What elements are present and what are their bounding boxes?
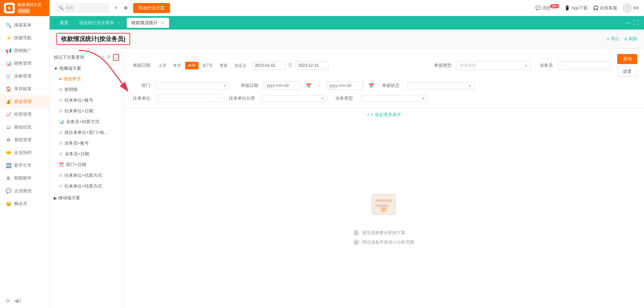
salesman-settle-icon: 📊 (59, 119, 64, 124)
receipt-tab-close[interactable]: ✕ (161, 20, 164, 25)
review-date-calendar2-icon[interactable]: 📅 (369, 83, 374, 88)
sidebar-item-sales[interactable]: 📊 销售管理 (0, 57, 49, 70)
nav-label-basic: 基础信息 (14, 124, 32, 130)
scheme-settings-btn[interactable]: ⚙ (107, 54, 111, 61)
date-end-input[interactable] (295, 61, 329, 69)
review-date-label: 审核日期 (235, 83, 258, 89)
sidebar-footer: ⚙ ◀II (0, 293, 49, 308)
scheme-item-detail[interactable]: ⊞ 按明细 (50, 84, 123, 95)
scheme-item-salesman[interactable]: ● 按业务员 (50, 73, 123, 84)
salesman-select[interactable]: ··· (558, 61, 612, 69)
nav-label-operation: 经营管理 (14, 111, 32, 117)
counterparty-select[interactable]: ··· (156, 94, 223, 102)
newguide-icon: 🆕 (5, 162, 11, 168)
scheme-item-unit-settle1[interactable]: ⊞ 往来单位+结算方式 (50, 170, 123, 181)
sidebar-item-newguide[interactable]: 🆕 新手引导 (0, 159, 49, 172)
date-tab-custom[interactable]: 自定义 (232, 62, 249, 69)
date-tab-lastmonth[interactable]: 上月 (156, 62, 169, 69)
unit-settle2-icon: ⊟ (59, 184, 62, 189)
empty-state: 1 请先选择要分析的方案 2 用过滤条件来缩小分析范围 (123, 121, 644, 308)
scheme-item-unit-account[interactable]: ⊟ 往来单位+账号 (50, 95, 123, 106)
date-tab-thismonth[interactable]: 本月 (170, 62, 184, 69)
sidebar-item-capital[interactable]: 💰 资金管理 (0, 95, 49, 108)
tab-minimize-btn[interactable]: — (625, 20, 631, 26)
voucher-status-select[interactable]: ▼ (408, 82, 475, 89)
topbar-gear-icon[interactable]: ⚙ (124, 5, 128, 10)
settings-button[interactable]: 设置 (617, 66, 637, 77)
sidebar-item-search[interactable]: 🔍 搜索菜单 (0, 19, 49, 32)
sidebar-item-inventory[interactable]: 🏠 库存核算 (0, 83, 49, 95)
online-service-action[interactable]: 🎧 在线客服 (593, 5, 617, 11)
search-icon: 🔍 (5, 22, 11, 28)
date-filter-value: 上月 本月 本年 近7天 更多 自定义 至 (156, 61, 426, 69)
sidebar-item-enterprise[interactable]: 🤝 企业协同 (0, 146, 49, 159)
left-panel: 按以下方案查询 + ⚙ « ▼ 电脑端方案 ● (50, 49, 123, 308)
collapse-panel-btn[interactable]: « (113, 54, 119, 61)
date-tab-thisyear[interactable]: 本年 (185, 62, 199, 69)
dept-select[interactable]: ▼ (156, 82, 229, 89)
scheme-item-salesman-date[interactable]: ⚙ 业务员+日期 (50, 149, 123, 159)
sidebar-item-member[interactable]: 👑 畅会员 (0, 197, 49, 210)
query-btn-area: 查询 设置 (617, 54, 637, 77)
scheme-item-unit-settle2[interactable]: ⊟ 往来单位+结算方式 (50, 181, 123, 192)
sidebar-item-marketing[interactable]: 📢 营销推广 (0, 44, 49, 57)
salesman-account-icon: ⊟ (59, 141, 62, 146)
svg-point-4 (382, 207, 386, 211)
tab-receipt[interactable]: 收款情况统计 ✕ (127, 18, 169, 28)
date-tab-7days[interactable]: 近7天 (200, 62, 216, 69)
message-label: 消息 (542, 5, 551, 11)
counterparty-dots[interactable]: ··· (215, 96, 218, 101)
collapse-bar[interactable]: ∧∧ 收起更多条件 (123, 108, 644, 121)
add-scheme-btn[interactable]: + (102, 54, 105, 61)
settings-footer-icon[interactable]: ⚙ (5, 298, 10, 304)
bankflow-tab-close[interactable]: ✕ (117, 20, 121, 25)
business-type-select[interactable]: ▼ (361, 95, 428, 102)
sidebar-item-system[interactable]: ⚙ 系统管理 (0, 134, 49, 146)
desktop-section-toggle[interactable]: ▼ 电脑端方案 (50, 63, 123, 73)
sidebar-item-hardware[interactable]: 🖥 智能硬件 (0, 172, 49, 185)
trial-button[interactable]: 体验行业方案 (133, 3, 170, 13)
tab-home[interactable]: 首页 (55, 18, 73, 28)
system-icon: ⚙ (5, 137, 11, 143)
tab-expand-btn[interactable]: ⛶ (633, 20, 639, 26)
tab-bankflow[interactable]: 现金银行流水查询 ✕ (74, 18, 125, 28)
message-action[interactable]: 💬 消息 99+ (535, 5, 559, 11)
user-action[interactable]: Rit (623, 3, 639, 13)
purchase-icon: 🛒 (5, 73, 11, 79)
scheme-item-salesman-account[interactable]: ⊟ 业务员+账号 (50, 138, 123, 149)
scheme-item-salesman-settle[interactable]: 📊 业务员+结算方式 (50, 116, 123, 127)
collapse-footer-icon[interactable]: ◀II (14, 298, 21, 304)
sidebar-item-operation[interactable]: 📈 经营管理 (0, 108, 49, 121)
topbar-dropdown-icon[interactable]: ▼ (114, 5, 118, 10)
scheme-item-dept-date[interactable]: ⏰ 部门+日期 (50, 159, 123, 170)
topbar-search-placeholder: 搜索 (66, 5, 74, 11)
left-panel-action-buttons: + ⚙ « (102, 54, 119, 61)
sidebar-item-purchase[interactable]: 🛒 采购管理 (0, 70, 49, 83)
salesman-value: ··· (561, 63, 565, 68)
top-search-box[interactable]: 🔍 搜索 (55, 3, 109, 12)
counterparty-type-select[interactable]: ▼ (260, 95, 327, 102)
topbar: 🔍 搜索 ▼ ⚙ 体验行业方案 💬 消息 99+ 📱 App下载 🎧 在线客服 (50, 0, 644, 16)
headset-icon: 🎧 (593, 5, 598, 10)
app-download-action[interactable]: 📱 App下载 (565, 5, 588, 11)
scheme-item-unit-date[interactable]: ⊟ 往来单位+日期 (50, 106, 123, 116)
voucher-type-select[interactable]: 单据类型 ▼ (457, 61, 531, 70)
sidebar-item-quicknav[interactable]: ⚡ 快捷导航 (0, 32, 49, 44)
export-label: 导出 (611, 36, 620, 42)
dept-date-label: 部门+日期 (66, 162, 86, 168)
mobile-section-toggle[interactable]: ▶ 移动端方案 (50, 193, 123, 203)
refresh-button[interactable]: ↺ 刷新 (624, 36, 637, 42)
review-date-calendar-icon[interactable]: 📅 (306, 83, 311, 88)
date-tab-more[interactable]: 更多 (217, 62, 230, 69)
review-date-end[interactable] (326, 82, 363, 90)
export-button[interactable]: ↗ 导出 (606, 36, 620, 42)
review-date-start[interactable] (264, 82, 301, 90)
unit-settle1-icon: ⊞ (59, 173, 62, 178)
salesman-item-label: 按业务员 (63, 76, 81, 82)
sidebar-item-wechat[interactable]: 💬 企业微信 (0, 185, 49, 197)
date-start-input[interactable] (252, 61, 285, 69)
filter-row-1: 单据日期 上月 本月 本年 近7天 更多 自定义 至 (130, 54, 637, 77)
sidebar-item-basic[interactable]: 🗂 基础信息 (0, 121, 49, 134)
scheme-item-unit-dept[interactable]: ⊟ 按往来单位+部门+收... (50, 127, 123, 138)
query-button[interactable]: 查询 (617, 54, 637, 64)
